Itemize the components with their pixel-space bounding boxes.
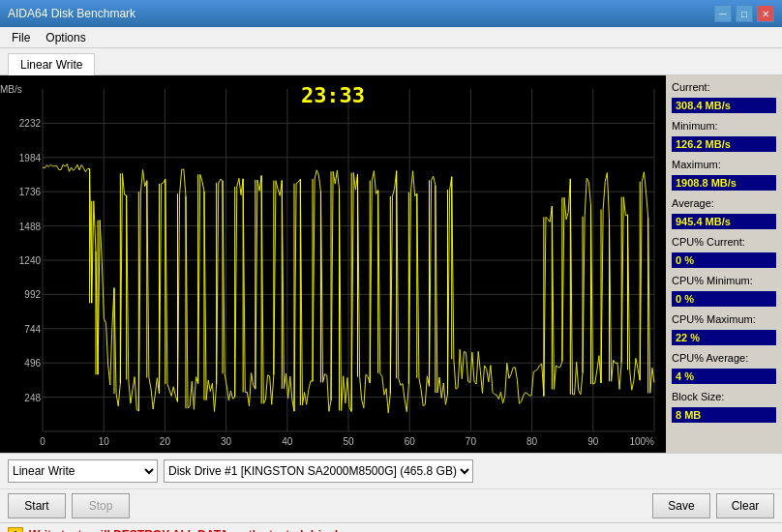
menu-bar: File Options bbox=[0, 27, 782, 48]
warning-text: Write tests will DESTROY ALL DATA on the… bbox=[29, 528, 338, 532]
save-button[interactable]: Save bbox=[652, 493, 710, 518]
clear-button[interactable]: Clear bbox=[716, 493, 774, 518]
warning-icon: ! bbox=[8, 527, 23, 532]
tab-linear-write[interactable]: Linear Write bbox=[8, 53, 95, 75]
cpu-average-label: CPU% Average: bbox=[672, 352, 776, 364]
cpu-average-value: 4 % bbox=[672, 369, 776, 384]
cpu-minimum-label: CPU% Minimum: bbox=[672, 275, 776, 286]
chart-timestamp: 23:33 bbox=[301, 83, 365, 107]
minimize-button[interactable]: ─ bbox=[714, 5, 732, 22]
chart-wrapper: 23:33 bbox=[0, 75, 666, 453]
test-select[interactable]: Linear Write bbox=[8, 459, 158, 483]
start-button[interactable]: Start bbox=[8, 493, 66, 518]
cpu-maximum-value: 22 % bbox=[672, 330, 776, 345]
warning-bar: ! Write tests will DESTROY ALL DATA on t… bbox=[0, 522, 782, 532]
stop-button[interactable]: Stop bbox=[72, 493, 130, 518]
window-controls: ─ □ ✕ bbox=[714, 5, 774, 22]
maximum-value: 1908.8 MB/s bbox=[672, 175, 776, 191]
average-value: 945.4 MB/s bbox=[672, 214, 776, 229]
current-value: 308.4 MB/s bbox=[672, 98, 776, 113]
cpu-current-value: 0 % bbox=[672, 252, 776, 268]
average-label: Average: bbox=[672, 197, 776, 209]
maximum-label: Maximum: bbox=[672, 159, 776, 170]
buttons-row: Start Stop Save Clear bbox=[0, 488, 782, 522]
maximize-button[interactable]: □ bbox=[736, 5, 753, 22]
minimum-label: Minimum: bbox=[672, 120, 776, 132]
cpu-current-label: CPU% Current: bbox=[672, 236, 776, 248]
main-content: 23:33 Current: 308.4 MB/s Minimum: 126.2… bbox=[0, 75, 782, 453]
current-label: Current: bbox=[672, 81, 776, 93]
block-size-value: 8 MB bbox=[672, 407, 776, 423]
drive-select[interactable]: Disk Drive #1 [KINGSTON SA2000M8500G] (4… bbox=[164, 459, 473, 483]
tab-bar: Linear Write bbox=[0, 48, 782, 75]
minimum-value: 126.2 MB/s bbox=[672, 136, 776, 152]
block-size-label: Block Size: bbox=[672, 391, 776, 402]
title-bar: AIDA64 Disk Benchmark ─ □ ✕ bbox=[0, 0, 782, 27]
close-button[interactable]: ✕ bbox=[757, 5, 774, 22]
stats-panel: Current: 308.4 MB/s Minimum: 126.2 MB/s … bbox=[666, 75, 782, 453]
cpu-minimum-value: 0 % bbox=[672, 291, 776, 307]
menu-options[interactable]: Options bbox=[38, 29, 93, 46]
window-title: AIDA64 Disk Benchmark bbox=[8, 7, 135, 20]
menu-file[interactable]: File bbox=[4, 29, 38, 46]
chart-area: 23:33 bbox=[0, 75, 666, 453]
bottom-controls: Linear Write Disk Drive #1 [KINGSTON SA2… bbox=[0, 453, 782, 488]
cpu-maximum-label: CPU% Maximum: bbox=[672, 313, 776, 325]
